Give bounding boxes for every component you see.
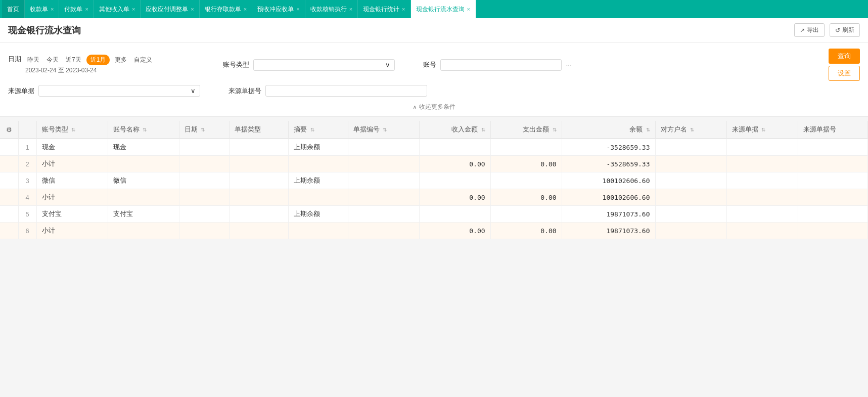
- collapse-bar[interactable]: ∧ 收起更多条件: [8, 101, 860, 112]
- export-label: 导出: [807, 26, 819, 34]
- account-type-label: 账号类型: [223, 60, 249, 69]
- nav-tab-bank-deposit[interactable]: 银行存取款单 ×: [200, 0, 252, 18]
- nav-tab-cash-stats[interactable]: 现金银行统计 ×: [358, 0, 410, 18]
- nav-tab-prepaid[interactable]: 预收冲应收单 ×: [252, 0, 305, 18]
- row-account-name-cell: 微信: [108, 172, 179, 189]
- nav-tab-other-income[interactable]: 其他收入单 ×: [94, 0, 141, 18]
- th-summary-sort-icon[interactable]: ⇅: [310, 127, 314, 133]
- th-counterpart-sort-icon[interactable]: ⇅: [690, 127, 694, 133]
- payment-tab-close[interactable]: ×: [85, 6, 88, 12]
- th-balance-label: 余额: [629, 125, 643, 133]
- th-balance-sort-icon[interactable]: ⇅: [646, 127, 650, 133]
- th-expense-label: 支出金额: [523, 125, 549, 133]
- row-source-doc-cell: [726, 156, 798, 172]
- cash-flow-tab-close[interactable]: ×: [467, 6, 470, 12]
- row-source-doc-cell: [726, 139, 798, 156]
- account-ellipsis[interactable]: ···: [566, 61, 572, 69]
- account-input[interactable]: [440, 59, 562, 71]
- date-opt-today[interactable]: 今天: [44, 55, 61, 65]
- source-doc-no-label: 来源单据号: [229, 86, 261, 96]
- th-num: [18, 121, 36, 139]
- th-account-type-label: 账号类型: [42, 125, 68, 133]
- export-button[interactable]: ↗ 导出: [794, 23, 825, 37]
- receipt-tab-close[interactable]: ×: [51, 6, 54, 12]
- bank-deposit-tab-close[interactable]: ×: [244, 6, 247, 12]
- table-header-row: ⚙ 账号类型 ⇅ 账号名称 ⇅ 日期 ⇅ 单据类型: [0, 121, 868, 139]
- ar-ap-adjust-tab-close[interactable]: ×: [191, 6, 194, 12]
- row-summary-cell: [289, 223, 348, 239]
- nav-tab-receipt[interactable]: 收款单 ×: [25, 0, 59, 18]
- row-gear-cell: [0, 172, 18, 189]
- date-filter-label: 日期: [8, 55, 21, 64]
- filter-row-2: 来源单据 ∨ 来源单据号: [8, 85, 860, 97]
- page-title: 现金银行流水查询: [8, 24, 81, 36]
- th-date-sort-icon[interactable]: ⇅: [201, 127, 205, 133]
- cash-stats-tab-close[interactable]: ×: [402, 6, 405, 12]
- row-gear-cell: [0, 156, 18, 172]
- th-expense-sort-icon[interactable]: ⇅: [553, 127, 557, 133]
- row-income-cell: [419, 206, 490, 223]
- refresh-icon: ↺: [835, 27, 840, 34]
- date-opt-yesterday[interactable]: 昨天: [25, 55, 41, 65]
- verification-tab-close[interactable]: ×: [349, 6, 352, 12]
- row-doc-type-cell: [229, 139, 288, 156]
- nav-tab-payment[interactable]: 付款单 ×: [59, 0, 94, 18]
- bank-deposit-tab-label: 银行存取款单: [205, 5, 241, 14]
- table-settings-icon[interactable]: ⚙: [6, 126, 12, 134]
- row-counterpart-cell: [655, 189, 726, 206]
- row-source-doc-no-cell: [798, 172, 867, 189]
- row-doc-no-cell: [348, 139, 419, 156]
- row-doc-type-cell: [229, 223, 288, 239]
- nav-tab-cash-flow[interactable]: 现金银行流水查询 ×: [411, 0, 476, 18]
- row-source-doc-no-cell: [798, 139, 867, 156]
- th-account-name-sort-icon[interactable]: ⇅: [143, 127, 147, 133]
- source-doc-no-input[interactable]: [265, 85, 427, 97]
- th-counterpart: 对方户名 ⇅: [655, 121, 726, 139]
- row-counterpart-cell: [655, 139, 726, 156]
- th-source-doc: 来源单据 ⇅: [726, 121, 798, 139]
- th-date: 日期 ⇅: [179, 121, 229, 139]
- row-account-name-cell: [108, 189, 179, 206]
- source-doc-label: 来源单据: [8, 86, 34, 96]
- nav-tab-ar-ap-adjust[interactable]: 应收应付调整单 ×: [141, 0, 199, 18]
- account-type-select[interactable]: ∨: [253, 59, 395, 71]
- th-income-label: 收入金额: [451, 125, 478, 133]
- row-income-cell: 0.00: [419, 189, 490, 206]
- row-doc-type-cell: [229, 156, 288, 172]
- row-account-type-cell: 小计: [36, 156, 108, 172]
- refresh-label: 刷新: [842, 26, 854, 34]
- settings-button[interactable]: 设置: [829, 66, 860, 81]
- th-doc-no-label: 单据编号: [353, 125, 380, 133]
- table-row: 1现金现金上期余额-3528659.33: [0, 139, 868, 156]
- other-income-tab-close[interactable]: ×: [132, 6, 135, 12]
- prepaid-tab-close[interactable]: ×: [296, 6, 299, 12]
- row-summary-cell: 上期余额: [289, 139, 348, 156]
- date-opt-custom[interactable]: 自定义: [132, 55, 154, 65]
- cash-flow-tab-label: 现金银行流水查询: [416, 5, 465, 14]
- date-opt-7days[interactable]: 近7天: [64, 55, 83, 65]
- account-type-chevron-icon: ∨: [385, 61, 390, 69]
- row-source-doc-no-cell: [798, 156, 867, 172]
- row-account-name-cell: 支付宝: [108, 206, 179, 223]
- th-source-doc-label: 来源单据: [732, 125, 758, 133]
- nav-tab-verification[interactable]: 收款核销执行 ×: [305, 0, 358, 18]
- row-number-cell: 4: [18, 189, 36, 206]
- date-filter-group: 日期 昨天 今天 近7天 近1月 更多 自定义 2023-02-24 至 202…: [8, 55, 154, 75]
- row-date-cell: [179, 156, 229, 172]
- date-opt-1month[interactable]: 近1月: [86, 55, 110, 65]
- date-range-display: 2023-02-24 至 2023-03-24: [25, 66, 154, 75]
- th-source-doc-sort-icon[interactable]: ⇅: [761, 127, 765, 133]
- th-balance: 余额 ⇅: [562, 121, 655, 139]
- th-account-type-sort-icon[interactable]: ⇅: [71, 127, 75, 133]
- th-doc-no-sort-icon[interactable]: ⇅: [383, 127, 387, 133]
- th-summary-label: 摘要: [294, 125, 307, 133]
- row-gear-cell: [0, 139, 18, 156]
- th-income-sort-icon[interactable]: ⇅: [481, 127, 485, 133]
- th-income: 收入金额 ⇅: [419, 121, 490, 139]
- query-button[interactable]: 查询: [829, 49, 860, 64]
- refresh-button[interactable]: ↺ 刷新: [830, 23, 860, 37]
- source-doc-select[interactable]: ∨: [38, 85, 200, 97]
- payment-tab-label: 付款单: [64, 5, 82, 14]
- nav-tab-home[interactable]: 首页: [2, 0, 25, 18]
- date-opt-more[interactable]: 更多: [113, 55, 129, 65]
